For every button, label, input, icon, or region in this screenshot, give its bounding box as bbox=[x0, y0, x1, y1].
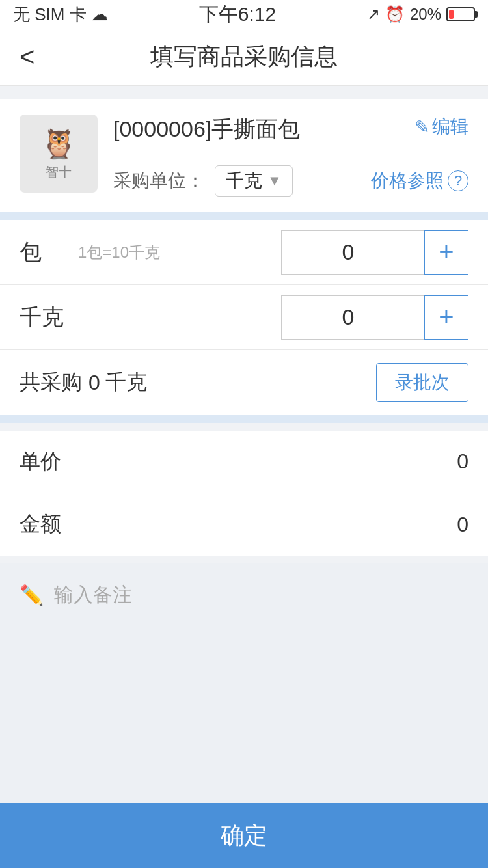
note-pencil-icon: ✏️ bbox=[20, 584, 44, 606]
total-value: 0 bbox=[88, 371, 100, 395]
total-label: 共采购 bbox=[20, 368, 82, 397]
sim-label: 无 SIM 卡 ☁ bbox=[13, 3, 108, 26]
input-section: 包 1包=10千克 + 千克 + bbox=[0, 220, 488, 350]
product-info: [0000006]手撕面包 ✎ 编辑 采购单位： 千克 ▼ 价格参照 ? bbox=[113, 115, 468, 197]
product-owl-icon: 🦉 bbox=[41, 127, 77, 161]
unit-price-row: 单价 0 bbox=[0, 431, 488, 493]
edit-label: 编辑 bbox=[432, 115, 468, 139]
total-row: 共采购 0 千克 录批次 bbox=[0, 350, 488, 415]
kg-plus-button[interactable]: + bbox=[424, 295, 468, 340]
unit-price-label: 单价 bbox=[20, 448, 61, 476]
confirm-bar[interactable]: 确定 bbox=[0, 803, 488, 868]
section-divider-2 bbox=[0, 415, 488, 423]
product-name: [0000006]手撕面包 bbox=[113, 115, 300, 144]
alarm-icon: ⏰ bbox=[385, 5, 405, 23]
bag-label: 包 bbox=[20, 237, 72, 267]
status-bar: 无 SIM 卡 ☁ 下午6:12 ↗ ⏰ 20% bbox=[0, 0, 488, 29]
bag-row: 包 1包=10千克 + bbox=[0, 220, 488, 285]
battery-percent: 20% bbox=[410, 5, 441, 23]
bag-input-controls: + bbox=[281, 230, 468, 275]
product-brand: 智十 bbox=[46, 163, 72, 181]
edit-icon: ✎ bbox=[414, 116, 429, 138]
confirm-label: 确定 bbox=[221, 820, 267, 852]
status-right: ↗ ⏰ 20% bbox=[367, 5, 475, 23]
unit-price-value: 0 bbox=[457, 450, 468, 474]
product-meta: 采购单位： 千克 ▼ 价格参照 ? bbox=[113, 165, 468, 197]
amount-row: 金额 0 bbox=[0, 493, 488, 556]
note-section[interactable]: ✏️ 输入备注 bbox=[0, 563, 488, 627]
unit-value: 千克 bbox=[226, 169, 262, 193]
status-left: 无 SIM 卡 ☁ bbox=[13, 3, 108, 26]
purchase-unit-label: 采购单位： bbox=[113, 169, 204, 193]
location-icon: ↗ bbox=[367, 5, 380, 23]
bag-plus-button[interactable]: + bbox=[424, 230, 468, 275]
price-section: 单价 0 金额 0 bbox=[0, 431, 488, 556]
back-button[interactable]: < bbox=[20, 42, 34, 72]
kg-input-controls: + bbox=[281, 295, 468, 340]
page-title: 填写商品采购信息 bbox=[150, 41, 338, 73]
edit-button[interactable]: ✎ 编辑 bbox=[414, 115, 468, 139]
total-unit: 千克 bbox=[105, 368, 147, 397]
section-divider-1 bbox=[0, 212, 488, 220]
battery-icon bbox=[446, 7, 475, 21]
status-time: 下午6:12 bbox=[199, 1, 276, 28]
batch-button[interactable]: 录批次 bbox=[376, 363, 468, 402]
nav-bar: < 填写商品采购信息 bbox=[0, 29, 488, 86]
bag-quantity-input[interactable] bbox=[281, 230, 424, 275]
note-placeholder: 输入备注 bbox=[54, 582, 132, 608]
price-ref-label: 价格参照 bbox=[371, 169, 444, 193]
kg-label: 千克 bbox=[20, 303, 72, 332]
amount-value: 0 bbox=[457, 513, 468, 537]
kg-row: 千克 + bbox=[0, 285, 488, 350]
bag-sublabel: 1包=10千克 bbox=[78, 242, 160, 263]
help-icon: ? bbox=[448, 170, 468, 191]
price-ref-button[interactable]: 价格参照 ? bbox=[371, 169, 468, 193]
product-card: 🦉 智十 [0000006]手撕面包 ✎ 编辑 采购单位： 千克 ▼ 价格参照 … bbox=[0, 99, 488, 212]
amount-label: 金额 bbox=[20, 510, 61, 539]
product-thumbnail: 🦉 智十 bbox=[20, 115, 98, 193]
unit-arrow-icon: ▼ bbox=[267, 172, 282, 189]
kg-quantity-input[interactable] bbox=[281, 295, 424, 340]
unit-selector[interactable]: 千克 ▼ bbox=[215, 165, 293, 197]
